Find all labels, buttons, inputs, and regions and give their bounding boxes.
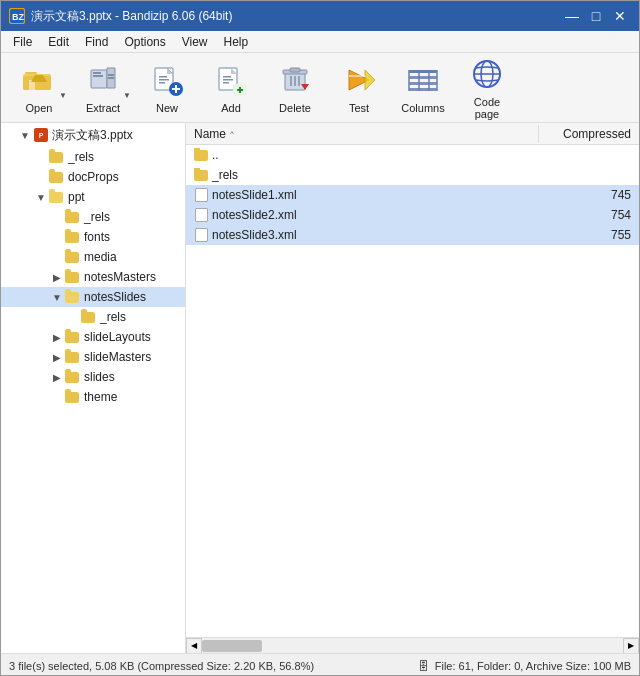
file-row-notesslide3-compressed: 755 [539, 228, 639, 242]
svg-rect-17 [159, 79, 169, 81]
columns-label: Columns [401, 102, 444, 114]
tree-item-docprops-label: docProps [68, 170, 119, 184]
svg-rect-40 [409, 70, 437, 73]
folder-icon-ppt [49, 190, 65, 204]
file-list: .. _rels notesSlide1 [186, 145, 639, 637]
scroll-thumb[interactable] [202, 640, 262, 652]
tree-item-ppt-rels[interactable]: _rels [1, 207, 185, 227]
file-header-name[interactable]: Name ^ [186, 125, 539, 143]
test-label: Test [349, 102, 369, 114]
new-button[interactable]: New [137, 58, 197, 118]
file-row-parent[interactable]: .. [186, 145, 639, 165]
file-row-notesslide1-name: notesSlide1.xml [186, 188, 539, 202]
tree-panel: P 演示文稿3.pptx _rels docProps ppt [1, 123, 186, 653]
tree-item-theme[interactable]: theme [1, 387, 185, 407]
file-row-notesslide2[interactable]: notesSlide2.xml 754 [186, 205, 639, 225]
svg-text:BZ: BZ [12, 12, 24, 22]
svg-rect-12 [108, 77, 114, 79]
scroll-left-arrow[interactable]: ◀ [186, 638, 202, 654]
tree-item-docprops[interactable]: docProps [1, 167, 185, 187]
status-left: 3 file(s) selected, 5.08 KB (Compressed … [9, 660, 412, 672]
file-header-compressed-label: Compressed [563, 127, 631, 141]
file-row-rels[interactable]: _rels [186, 165, 639, 185]
menu-view[interactable]: View [174, 33, 216, 51]
svg-rect-42 [409, 82, 437, 85]
title-controls: — □ ✕ [561, 5, 631, 27]
tree-item-slides[interactable]: slides [1, 367, 185, 387]
menu-edit[interactable]: Edit [40, 33, 77, 51]
file-header-name-label: Name [194, 127, 226, 141]
folder-icon-slidemasters [65, 350, 81, 364]
svg-marker-38 [365, 70, 375, 90]
tree-item-notesslides-label: notesSlides [84, 290, 146, 304]
open-icon [21, 62, 57, 98]
scroll-right-arrow[interactable]: ▶ [623, 638, 639, 654]
menu-file[interactable]: File [5, 33, 40, 51]
svg-rect-18 [159, 82, 165, 84]
file-row-parent-name: .. [186, 148, 539, 162]
new-icon [149, 62, 185, 98]
tree-item-theme-label: theme [84, 390, 117, 404]
close-button[interactable]: ✕ [609, 5, 631, 27]
sort-arrow: ^ [230, 129, 234, 138]
minimize-button[interactable]: — [561, 5, 583, 27]
file-header-compressed[interactable]: Compressed [539, 125, 639, 143]
delete-label: Delete [279, 102, 311, 114]
scroll-track[interactable] [202, 638, 623, 654]
tree-item-fonts[interactable]: fonts [1, 227, 185, 247]
folder-icon-slides [65, 370, 81, 384]
status-icon: 🗄 [418, 660, 429, 672]
horizontal-scrollbar[interactable]: ◀ ▶ [186, 637, 639, 653]
maximize-button[interactable]: □ [585, 5, 607, 27]
folder-icon-theme [65, 390, 81, 404]
delete-icon [277, 62, 313, 98]
tree-slides-arrow [49, 372, 65, 383]
tree-item-slidelayouts[interactable]: slideLayouts [1, 327, 185, 347]
file-row-notesslide3[interactable]: notesSlide3.xml 755 [186, 225, 639, 245]
svg-rect-11 [108, 74, 114, 76]
add-label: Add [221, 102, 241, 114]
add-button[interactable]: Add [201, 58, 261, 118]
open-button[interactable]: Open [9, 58, 69, 118]
file-row-notesslide1[interactable]: notesSlide1.xml 745 [186, 185, 639, 205]
svg-rect-25 [223, 79, 233, 81]
tree-item-media[interactable]: media [1, 247, 185, 267]
delete-button[interactable]: Delete [265, 58, 325, 118]
tree-item-notesmasters[interactable]: notesMasters [1, 267, 185, 287]
add-icon [213, 62, 249, 98]
folder-icon-notesslides-rels [81, 310, 97, 324]
tree-root-label: 演示文稿3.pptx [52, 127, 133, 144]
extract-label: Extract [86, 102, 120, 114]
menu-find[interactable]: Find [77, 33, 116, 51]
file-row-notesslide1-compressed: 745 [539, 188, 639, 202]
columns-button[interactable]: Columns [393, 58, 453, 118]
tree-item-rels-root[interactable]: _rels [1, 147, 185, 167]
tree-item-notesslides-rels[interactable]: _rels [1, 307, 185, 327]
svg-rect-8 [93, 72, 101, 74]
extract-button-group[interactable]: Extract ▼ [73, 58, 133, 118]
folder-icon-ppt-rels [65, 210, 81, 224]
toolbar: Open ▼ Extract ▼ [1, 53, 639, 123]
status-right: File: 61, Folder: 0, Archive Size: 100 M… [435, 660, 631, 672]
tree-item-notesslides[interactable]: notesSlides [1, 287, 185, 307]
codepage-button[interactable]: Code page [457, 58, 517, 118]
extract-dropdown-arrow[interactable]: ▼ [123, 91, 131, 100]
test-button[interactable]: Test [329, 58, 389, 118]
folder-icon-notesmasters [65, 270, 81, 284]
tree-item-slidemasters[interactable]: slideMasters [1, 347, 185, 367]
main-area: P 演示文稿3.pptx _rels docProps ppt [1, 123, 639, 653]
tree-root-arrow [17, 130, 33, 141]
svg-rect-16 [159, 76, 167, 78]
folder-icon-rels-file [194, 168, 208, 182]
xml-icon-2 [194, 208, 208, 222]
svg-rect-9 [93, 75, 103, 77]
open-dropdown-arrow[interactable]: ▼ [59, 91, 67, 100]
tree-item-rels-root-label: _rels [68, 150, 94, 164]
file-row-notesslide2-compressed: 754 [539, 208, 639, 222]
menu-options[interactable]: Options [116, 33, 173, 51]
extract-button[interactable]: Extract [73, 58, 133, 118]
tree-item-ppt[interactable]: ppt [1, 187, 185, 207]
open-button-group[interactable]: Open ▼ [9, 58, 69, 118]
tree-root[interactable]: P 演示文稿3.pptx [1, 123, 185, 147]
menu-help[interactable]: Help [216, 33, 257, 51]
